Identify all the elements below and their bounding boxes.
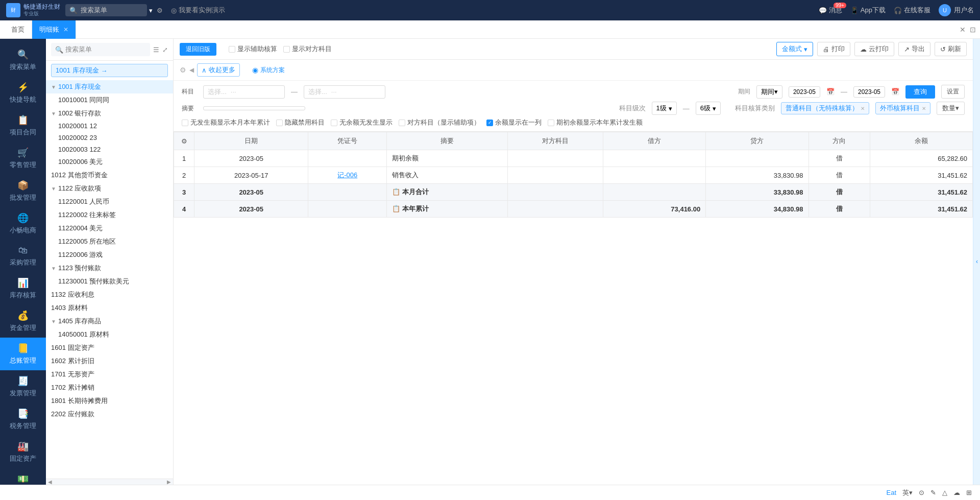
tree-node-11220004[interactable]: 11220004 美元 — [46, 222, 173, 235]
tree-node-11220002[interactable]: 11220002 往来标签 — [46, 208, 173, 222]
tree-node-10020003[interactable]: 10020003 122 — [46, 144, 173, 155]
bottom-icon-1[interactable]: ⊙ — [919, 489, 924, 496]
tree-toggle-1405[interactable]: ▼ — [51, 319, 56, 324]
account-tag-arrow[interactable]: → — [101, 67, 108, 75]
tree-node-10020001[interactable]: 10020001 12 — [46, 120, 173, 132]
cell-voucher-2[interactable]: 记-006 — [308, 167, 386, 184]
refresh-button[interactable]: ↺ 刷新 — [935, 42, 967, 56]
sidebar-item-capital[interactable]: 💰 资金管理 — [0, 305, 46, 338]
period-end-input[interactable]: 2023-05 — [853, 86, 885, 98]
summary-input[interactable] — [203, 106, 305, 110]
app-download-button[interactable]: 📱 App下载 — [850, 6, 886, 15]
tree-node-1801[interactable]: 1801 长期待摊费用 — [46, 394, 173, 408]
amount-mode-button[interactable]: 金额式 ▾ — [776, 42, 813, 56]
sidebar-item-salary[interactable]: 💵 工资 — [0, 468, 46, 485]
cloud-print-button[interactable]: ☁ 云打印 — [854, 42, 894, 56]
scheme-label[interactable]: 系统方案 — [260, 66, 285, 75]
subject-start-input[interactable]: 选择... ··· — [203, 85, 285, 99]
query-button[interactable]: 查询 — [905, 85, 935, 99]
setting-button[interactable]: 设置 — [941, 85, 965, 99]
voucher-link-2[interactable]: 记-006 — [337, 171, 357, 179]
cb-balance-in-one[interactable]: ✓ 余额显示在一列 — [486, 118, 542, 127]
tree-node-1123[interactable]: ▼ 1123 预付账款 — [46, 261, 173, 275]
tree-node-11220006[interactable]: 11220006 游戏 — [46, 248, 173, 261]
sidebar-item-inventory[interactable]: 📊 库存核算 — [0, 272, 46, 305]
tree-node-1601[interactable]: 1601 固定资产 — [46, 341, 173, 354]
sidebar-item-purchase[interactable]: 🛍 采购管理 — [0, 240, 46, 272]
sidebar-item-retail[interactable]: 🛒 零售管理 — [0, 142, 46, 175]
expand-more-button[interactable]: ∧ 收起更多 — [197, 63, 240, 77]
scroll-right-arrow[interactable]: ▶ — [167, 479, 171, 485]
eat-button[interactable]: Eat — [886, 489, 896, 496]
bottom-icon-3[interactable]: △ — [942, 489, 947, 496]
window-close-icon[interactable]: ✕ — [960, 26, 966, 34]
filter-config-icon[interactable]: ⚙ — [180, 66, 186, 74]
tree-node-1002[interactable]: ▼ 1002 银行存款 — [46, 107, 173, 120]
level-start-select[interactable]: 1级 ▾ — [652, 102, 677, 115]
tree-node-14050001[interactable]: 14050001 原材料 — [46, 328, 173, 341]
subject-end-input[interactable]: 选择... ··· — [304, 85, 385, 99]
period-end-calendar-icon[interactable]: 📅 — [891, 88, 899, 96]
cb-no-balance2[interactable]: 无余额无发生显示 — [331, 118, 393, 127]
tree-node-1702[interactable]: 1702 累计摊销 — [46, 381, 173, 394]
type-tag-1-close[interactable]: ✕ — [922, 106, 926, 111]
tab-detail[interactable]: 明细账 ✕ — [32, 20, 76, 39]
bottom-icon-5[interactable]: ⊞ — [966, 489, 972, 496]
tree-toggle-1002[interactable]: ▼ — [51, 111, 56, 116]
right-collapse-panel[interactable]: › — [973, 39, 980, 485]
sidebar-item-quick[interactable]: ⚡ 快捷导航 — [0, 77, 46, 109]
show-contra-checkbox[interactable]: 显示对方科目 — [283, 44, 332, 54]
user-menu[interactable]: U 用户名 — [939, 4, 974, 16]
language-button[interactable]: 英▾ — [902, 488, 913, 497]
cb-hide-disabled[interactable]: 隐藏禁用科目 — [276, 118, 325, 127]
online-service-button[interactable]: 🎧 在线客服 — [894, 6, 930, 15]
sidebar-item-ecommerce[interactable]: 🌐 小畅电商 — [0, 207, 46, 240]
period-mode-select[interactable]: 期间▾ — [756, 85, 782, 99]
scroll-left-arrow[interactable]: ◀ — [48, 479, 52, 485]
print-button[interactable]: 🖨 打印 — [817, 42, 850, 56]
back-to-old-button[interactable]: 退回旧版 — [180, 43, 216, 56]
bottom-icon-4[interactable]: ☁ — [953, 489, 960, 496]
cb-contra-show[interactable]: 对方科目（显示辅助项） — [399, 118, 480, 127]
tree-node-1122[interactable]: ▼ 1122 应收款项 — [46, 182, 173, 195]
selected-account-tag[interactable]: 1001 库存现金 → — [51, 64, 168, 77]
cb-period-balance[interactable]: 期初余额显示本年累计发生额 — [548, 118, 643, 127]
sidebar-item-general[interactable]: 📒 总账管理 — [0, 338, 46, 370]
bottom-icon-2[interactable]: ✎ — [930, 489, 936, 496]
tree-node-1001[interactable]: ▼ 1001 库存现金 — [46, 80, 173, 93]
tree-node-10010001[interactable]: 10010001 同同同 — [46, 93, 173, 107]
account-search-input[interactable]: 🔍 搜索菜单 — [51, 43, 150, 56]
level-end-select[interactable]: 6级 ▾ — [696, 102, 721, 115]
account-list-view-icon[interactable]: ☰ — [153, 46, 159, 54]
type-tag-1[interactable]: 外币核算科目 ✕ — [875, 102, 930, 114]
tree-node-10020006[interactable]: 10020006 美元 — [46, 155, 173, 169]
sidebar-item-wholesale[interactable]: 📦 批发管理 — [0, 175, 46, 207]
tree-node-11230001[interactable]: 11230001 预付账款美元 — [46, 275, 173, 288]
qty-button[interactable]: 数量▾ — [937, 102, 965, 115]
tree-node-11220005[interactable]: 11220005 所在地区 — [46, 235, 173, 248]
tree-node-1012[interactable]: 1012 其他货币资金 — [46, 169, 173, 182]
sidebar-item-search[interactable]: 🔍 搜索菜单 — [0, 44, 46, 77]
type-tag-0-close[interactable]: ✕ — [861, 106, 865, 111]
tree-node-1405[interactable]: ▼ 1405 库存商品 — [46, 315, 173, 328]
tree-toggle-1001[interactable]: ▼ — [51, 84, 56, 90]
global-search[interactable]: 🔍 搜索菜单 — [65, 4, 147, 16]
tree-toggle-1122[interactable]: ▼ — [51, 186, 56, 192]
tree-node-11220001[interactable]: 11220001 人民币 — [46, 195, 173, 208]
cb-no-balance[interactable]: 无发生额显示本月本年累计 — [182, 118, 270, 127]
demo-link[interactable]: ◎ 我要看实例演示 — [171, 6, 225, 15]
tree-toggle-1123[interactable]: ▼ — [51, 266, 56, 271]
tree-node-1403[interactable]: 1403 原材料 — [46, 301, 173, 315]
period-calendar-icon[interactable]: 📅 — [826, 88, 835, 96]
col-gear[interactable]: ⚙ — [174, 132, 194, 150]
tab-close-icon[interactable]: ✕ — [63, 26, 68, 33]
sidebar-item-project[interactable]: 📋 项目合同 — [0, 109, 46, 142]
account-expand-icon[interactable]: ⤢ — [162, 46, 168, 54]
period-start-input[interactable]: 2023-05 — [789, 86, 820, 98]
tree-node-1132[interactable]: 1132 应收利息 — [46, 288, 173, 301]
tree-node-10020002[interactable]: 10020002 23 — [46, 132, 173, 144]
export-button[interactable]: ↗ 导出 — [898, 42, 930, 56]
type-tag-0[interactable]: 普通科目（无特殊核算） ✕ — [781, 102, 869, 114]
sidebar-item-tax[interactable]: 📑 税务管理 — [0, 403, 46, 436]
tree-node-2202[interactable]: 2202 应付账款 — [46, 408, 173, 421]
